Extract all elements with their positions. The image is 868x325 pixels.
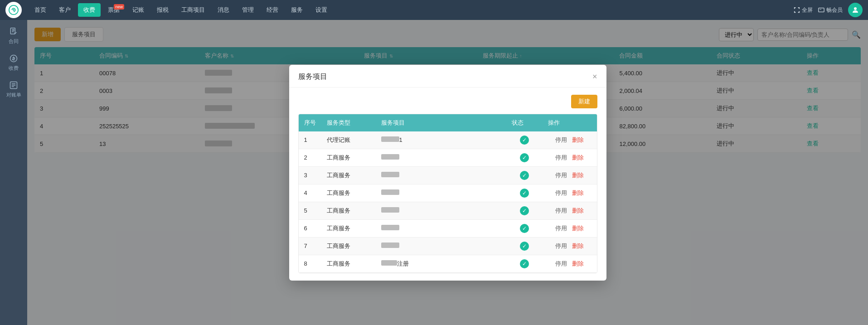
modal-cell-item: 注册 — [376, 255, 506, 272]
sidebar-item-fee[interactable]: 收费 — [2, 50, 25, 75]
modal-cell-item: 1 — [376, 131, 506, 149]
sidebar-statement-label: 对账单 — [6, 92, 21, 98]
modal-table-wrap[interactable]: 序号 服务类型 服务项目 状态 操作 1 代理记账 1 ✓ — [298, 114, 597, 273]
modal-cell-item — [376, 166, 506, 184]
status-check-icon: ✓ — [520, 153, 529, 162]
new-badge: new — [114, 4, 124, 10]
stop-link[interactable]: 停用 — [555, 207, 567, 214]
service-modal: 服务项目 × 新建 序号 服务类型 服务项目 — [289, 65, 606, 281]
nav-item-home[interactable]: 首页 — [29, 3, 52, 17]
modal-cell-action: 停用 删除 — [543, 202, 597, 219]
stop-link[interactable]: 停用 — [555, 225, 567, 232]
modal-overlay: 服务项目 × 新建 序号 服务类型 服务项目 — [27, 20, 868, 325]
modal-col-type: 服务类型 — [321, 114, 376, 131]
modal-table-row: 3 工商服务 ✓ 停用 删除 — [299, 166, 597, 184]
nav-item-service[interactable]: 服务 — [286, 3, 308, 17]
modal-cell-type: 工商服务 — [321, 184, 376, 202]
nav-item-settings[interactable]: 设置 — [310, 3, 333, 17]
modal-close-button[interactable]: × — [592, 72, 597, 82]
modal-table-row: 1 代理记账 1 ✓ 停用 删除 — [299, 131, 597, 149]
sidebar-contract-label: 合同 — [9, 38, 19, 45]
modal-table-row: 8 工商服务 注册 ✓ 停用 删除 — [299, 255, 597, 272]
modal-cell-type: 工商服务 — [321, 237, 376, 255]
stop-link[interactable]: 停用 — [555, 260, 567, 267]
stop-link[interactable]: 停用 — [555, 189, 567, 196]
delete-link[interactable]: 删除 — [572, 260, 584, 267]
modal-cell-type: 工商服务 — [321, 255, 376, 272]
sidebar-item-contract[interactable]: 合同 — [2, 24, 25, 49]
svg-rect-2 — [819, 8, 824, 12]
modal-cell-action: 停用 删除 — [543, 219, 597, 237]
modal-cell-seq: 5 — [299, 202, 321, 219]
modal-col-status: 状态 — [506, 114, 543, 131]
modal-cell-seq: 6 — [299, 219, 321, 237]
delete-link[interactable]: 删除 — [572, 172, 584, 179]
modal-cell-item — [376, 184, 506, 202]
modal-cell-seq: 7 — [299, 237, 321, 255]
nav-item-tax[interactable]: 报税 — [151, 3, 174, 17]
delete-link[interactable]: 删除 — [572, 136, 584, 143]
modal-cell-type: 工商服务 — [321, 219, 376, 237]
sidebar: 合同 收费 对账单 — [0, 20, 27, 325]
modal-service-table: 序号 服务类型 服务项目 状态 操作 1 代理记账 1 ✓ — [299, 114, 597, 273]
fullscreen-label: 全屏 — [802, 6, 813, 14]
modal-body: 新建 序号 服务类型 服务项目 状态 操作 — [289, 87, 606, 281]
modal-cell-seq: 4 — [299, 184, 321, 202]
status-check-icon: ✓ — [520, 189, 529, 198]
svg-point-4 — [854, 7, 857, 10]
delete-link[interactable]: 删除 — [572, 154, 584, 161]
modal-header: 服务项目 × — [289, 65, 606, 87]
modal-table-row: 7 工商服务 ✓ 停用 删除 — [299, 237, 597, 255]
nav-item-biz2[interactable]: 经营 — [261, 3, 284, 17]
modal-cell-seq: 2 — [299, 149, 321, 166]
nav-item-account[interactable]: 记账 — [127, 3, 150, 17]
modal-col-action: 操作 — [543, 114, 597, 131]
top-nav-right: 全屏 畅会员 — [794, 3, 863, 17]
status-check-icon: ✓ — [520, 259, 529, 268]
modal-table-row: 5 工商服务 ✓ 停用 删除 — [299, 202, 597, 219]
modal-title: 服务项目 — [298, 72, 327, 82]
modal-cell-item — [376, 219, 506, 237]
delete-link[interactable]: 删除 — [572, 207, 584, 214]
sidebar-fee-label: 收费 — [9, 65, 19, 72]
modal-cell-status: ✓ — [506, 149, 543, 166]
status-check-icon: ✓ — [520, 242, 529, 251]
modal-cell-status: ✓ — [506, 219, 543, 237]
modal-cell-seq: 3 — [299, 166, 321, 184]
delete-link[interactable]: 删除 — [572, 225, 584, 232]
app-logo[interactable] — [5, 2, 22, 18]
modal-cell-type: 工商服务 — [321, 166, 376, 184]
delete-link[interactable]: 删除 — [572, 243, 584, 249]
nav-item-bill[interactable]: 票据 new — [102, 3, 125, 17]
modal-cell-item — [376, 202, 506, 219]
nav-item-fee[interactable]: 收费 — [78, 3, 101, 17]
nav-item-biz[interactable]: 工商项目 — [176, 3, 210, 17]
modal-cell-item — [376, 149, 506, 166]
stop-link[interactable]: 停用 — [555, 136, 567, 143]
modal-table-row: 6 工商服务 ✓ 停用 删除 — [299, 219, 597, 237]
fullscreen-button[interactable]: 全屏 — [794, 6, 813, 14]
member-button[interactable]: 畅会员 — [818, 6, 843, 14]
user-avatar[interactable] — [848, 3, 863, 17]
modal-cell-action: 停用 删除 — [543, 166, 597, 184]
stop-link[interactable]: 停用 — [555, 154, 567, 161]
svg-point-6 — [10, 55, 17, 62]
modal-cell-seq: 1 — [299, 131, 321, 149]
delete-link[interactable]: 删除 — [572, 189, 584, 196]
nav-item-client[interactable]: 客户 — [53, 3, 76, 17]
nav-item-msg[interactable]: 消息 — [212, 3, 235, 17]
modal-cell-status: ✓ — [506, 255, 543, 272]
stop-link[interactable]: 停用 — [555, 243, 567, 249]
modal-new-button[interactable]: 新建 — [571, 95, 597, 108]
modal-cell-status: ✓ — [506, 202, 543, 219]
modal-cell-seq: 8 — [299, 255, 321, 272]
status-check-icon: ✓ — [520, 206, 529, 215]
nav-item-manage[interactable]: 管理 — [237, 3, 259, 17]
modal-toolbar: 新建 — [298, 95, 597, 108]
modal-cell-action: 停用 删除 — [543, 255, 597, 272]
main-content: 新增 服务项目 进行中 全部 已结束 🔍 序号 合同编码 ⇅ 客户名称 ⇅ 服务… — [27, 20, 868, 325]
sidebar-item-statement[interactable]: 对账单 — [2, 77, 25, 102]
modal-cell-item — [376, 237, 506, 255]
nav-items: 首页 客户 收费 票据 new 记账 报税 工商项目 消息 管理 经营 服务 设… — [29, 3, 794, 17]
stop-link[interactable]: 停用 — [555, 172, 567, 179]
